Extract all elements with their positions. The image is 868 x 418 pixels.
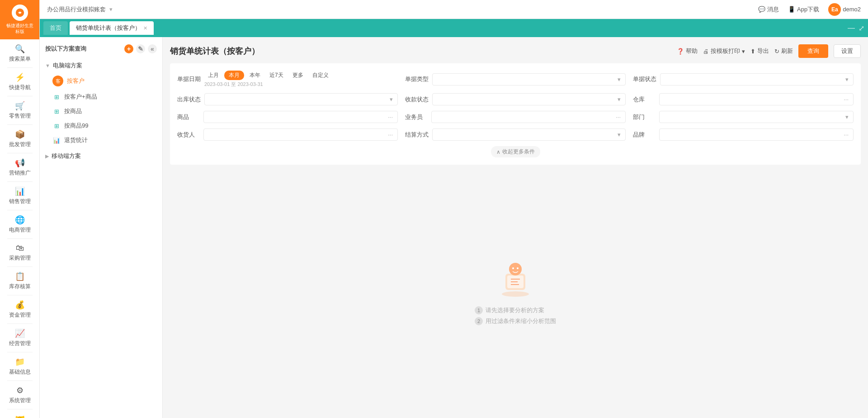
- filter-receiver-label: 收货人: [177, 131, 200, 139]
- filter-department-control[interactable]: ▾: [659, 111, 854, 123]
- left-panel-title: 按以下方案查询: [45, 45, 86, 53]
- filter-warehouse-control[interactable]: ···: [659, 93, 854, 105]
- tab-home[interactable]: 首页: [43, 21, 68, 35]
- date-more-btn[interactable]: 更多: [289, 71, 307, 80]
- empty-tips: 1 请先选择要分析的方案 2 用过滤条件来缩小分析范围: [475, 306, 556, 325]
- filter-salesperson-label: 业务员: [405, 113, 428, 121]
- filter-out-status-control[interactable]: ▾: [204, 93, 398, 105]
- tree-item-by-goods-99[interactable]: ⊞ 按商品99: [40, 119, 162, 133]
- tree-section-mobile-header[interactable]: ▶ 移动端方案: [40, 149, 162, 163]
- sidebar-item-system-mgmt[interactable]: ⚙ 系统管理: [7, 381, 33, 409]
- date-current-year-btn[interactable]: 本年: [246, 71, 264, 80]
- empty-tip-1: 1 请先选择要分析的方案: [475, 306, 556, 314]
- date-current-month-btn[interactable]: 本月: [224, 71, 244, 80]
- edit-scheme-btn[interactable]: ✎: [136, 44, 145, 53]
- date-7days-btn[interactable]: 近7天: [266, 71, 287, 80]
- filter-department-item: 部门 ▾: [633, 111, 854, 123]
- collapse-panel-btn[interactable]: «: [148, 44, 157, 53]
- filter-order-status-control[interactable]: ▾: [660, 73, 854, 86]
- sidebar-item-purchase-mgmt[interactable]: 🛍 采购管理: [7, 239, 33, 267]
- collapse-conditions-btn[interactable]: ∧ 收起更多条件: [491, 146, 540, 157]
- tab-sales-stats[interactable]: 销货单统计表（按客户） ✕: [70, 21, 154, 35]
- desktop-section-arrow: ▼: [45, 63, 50, 68]
- topbar-dropdown-icon[interactable]: ▾: [109, 6, 113, 13]
- filter-brand-control[interactable]: ···: [659, 128, 854, 141]
- return-stats-icon: 📊: [52, 136, 61, 144]
- app-logo: 畅捷通好生意 标版: [0, 0, 40, 39]
- settings-btn[interactable]: 设置: [834, 44, 861, 58]
- sidebar-item-search-menu[interactable]: 🔍 搜索菜单: [7, 39, 33, 68]
- export-btn[interactable]: ⬆ 导出: [750, 47, 769, 55]
- app-download-icon: 📱: [788, 6, 795, 13]
- tree-section-desktop-header[interactable]: ▼ 电脑端方案: [40, 59, 162, 72]
- sidebar-item-enterprise-collab[interactable]: 🤝 企业协同: [7, 409, 33, 418]
- filter-row-3: 商品 ··· 业务员 ··· 部门 ▾: [177, 111, 854, 123]
- sidebar-item-quick-nav[interactable]: ⚡ 快捷导航: [7, 68, 33, 96]
- help-btn[interactable]: ❓ 帮助: [677, 47, 698, 55]
- by-customer-goods-label: 按客户+商品: [64, 93, 97, 101]
- tree-item-by-customer-goods[interactable]: ⊞ 按客户+商品: [40, 90, 162, 104]
- user-menu[interactable]: Ea demo2: [828, 3, 861, 16]
- tree-item-by-customer[interactable]: 客 按客户: [40, 72, 162, 90]
- message-icon: 💬: [758, 6, 765, 13]
- print-btn[interactable]: 🖨 按模板打印 ▾: [703, 47, 745, 55]
- tab-home-label: 首页: [50, 24, 61, 32]
- quick-nav-icon: ⚡: [15, 72, 25, 82]
- filter-settlement-control[interactable]: ▾: [432, 128, 626, 141]
- app-subtext: 标版: [15, 28, 24, 35]
- sidebar-item-basic-info[interactable]: 📁 基础信息: [7, 352, 33, 381]
- by-customer-goods-icon: ⊞: [52, 93, 61, 101]
- date-custom-btn[interactable]: 自定义: [309, 71, 332, 80]
- sidebar-item-marketing[interactable]: 📢 营销推广: [7, 153, 33, 182]
- sidebar-item-retail-mgmt[interactable]: 🛒 零售管理: [7, 96, 33, 125]
- refresh-label: 刷新: [781, 47, 793, 55]
- filter-goods-label: 商品: [177, 113, 200, 121]
- filter-order-type-control[interactable]: ▾: [432, 73, 626, 86]
- sidebar-item-ecommerce[interactable]: 🌐 电商管理: [7, 210, 33, 239]
- query-btn[interactable]: 查询: [798, 44, 828, 58]
- tab-maximize-icon[interactable]: ⤢: [859, 24, 864, 33]
- help-icon: ❓: [677, 48, 684, 55]
- app-download-btn[interactable]: 📱 App下载: [788, 5, 819, 14]
- filter-date-label: 单据日期: [177, 75, 201, 83]
- tab-minimize-icon[interactable]: —: [848, 24, 855, 33]
- operations-label: 经营管理: [9, 340, 31, 347]
- receiver-more-icon: ···: [388, 131, 393, 138]
- marketing-label: 营销推广: [9, 169, 31, 177]
- user-label: demo2: [843, 6, 861, 13]
- basic-info-icon: 📁: [15, 357, 25, 367]
- filter-receiver-control[interactable]: ···: [203, 128, 398, 141]
- sidebar-item-operations[interactable]: 📈 经营管理: [7, 324, 33, 352]
- settlement-dropdown-icon: ▾: [618, 131, 621, 138]
- empty-illustration: [493, 256, 538, 301]
- date-prev-month-btn[interactable]: 上月: [204, 71, 222, 80]
- tab-close-icon[interactable]: ✕: [143, 25, 147, 31]
- message-btn[interactable]: 💬 消息: [758, 5, 779, 14]
- marketing-icon: 📢: [15, 158, 25, 168]
- order-type-dropdown-icon: ▾: [618, 76, 621, 83]
- filter-pay-status-control[interactable]: ▾: [432, 93, 626, 105]
- sidebar-item-wholesale-mgmt[interactable]: 📦 批发管理: [7, 125, 33, 153]
- sidebar: 畅捷通好生意 标版 🔍 搜索菜单 ⚡ 快捷导航 🛒 零售管理 📦 批发管理 📢 …: [0, 0, 40, 418]
- refresh-btn[interactable]: ↻ 刷新: [774, 47, 793, 55]
- filter-order-status-label: 单据状态: [633, 75, 656, 83]
- filter-goods-control[interactable]: ···: [203, 111, 398, 123]
- filter-pay-status-label: 收款状态: [405, 95, 429, 104]
- empty-tip-2: 2 用过滤条件来缩小分析范围: [475, 317, 556, 325]
- print-icon: 🖨: [703, 48, 709, 55]
- tree-item-return-stats[interactable]: 📊 退货统计: [40, 133, 162, 147]
- operations-icon: 📈: [15, 328, 25, 338]
- collapse-label: 收起更多条件: [502, 148, 535, 156]
- add-scheme-btn[interactable]: +: [124, 44, 133, 53]
- tree-section-mobile: ▶ 移动端方案: [40, 149, 162, 163]
- svg-point-5: [512, 267, 514, 269]
- finance-icon: 💰: [15, 300, 25, 310]
- sidebar-item-inventory[interactable]: 📋 库存核算: [7, 267, 33, 295]
- sidebar-item-finance[interactable]: 💰 资金管理: [7, 295, 33, 324]
- content-area: 按以下方案查询 + ✎ « ▼ 电脑端方案 客 按客户 ⊞: [40, 37, 868, 418]
- tree-item-by-goods[interactable]: ⊞ 按商品: [40, 104, 162, 119]
- collapse-row: ∧ 收起更多条件: [177, 146, 854, 157]
- sidebar-item-sales-mgmt[interactable]: 📊 销售管理: [7, 182, 33, 210]
- filter-salesperson-control[interactable]: ···: [431, 111, 626, 123]
- retail-mgmt-label: 零售管理: [9, 112, 31, 120]
